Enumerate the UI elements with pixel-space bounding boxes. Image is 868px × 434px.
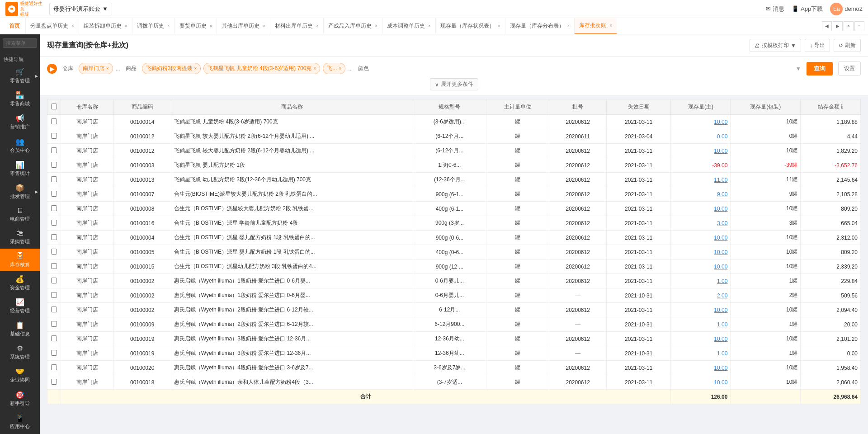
row-checkbox[interactable] bbox=[51, 205, 57, 211]
tab-6[interactable]: 材料出库单历史 × bbox=[270, 18, 324, 34]
row-checkbox[interactable] bbox=[51, 350, 57, 356]
row-checkbox[interactable] bbox=[51, 249, 57, 255]
row-checkbox[interactable] bbox=[51, 220, 57, 226]
row-checkbox[interactable] bbox=[51, 263, 57, 269]
tab-home[interactable]: 首页 bbox=[4, 18, 26, 34]
sidebar-item-member[interactable]: 👥 会员中心 bbox=[0, 134, 40, 157]
product-filter-more[interactable]: ... bbox=[348, 66, 353, 72]
tab-5[interactable]: 其他出库单历史 × bbox=[217, 18, 270, 34]
close-icon[interactable]: × bbox=[375, 24, 377, 28]
purchase-icon: 🛍 bbox=[16, 229, 24, 237]
sidebar-item-retail-stats[interactable]: 📊 零售统计 bbox=[0, 157, 40, 180]
close-icon[interactable]: × bbox=[316, 24, 319, 28]
tag-close-icon[interactable]: × bbox=[339, 66, 341, 71]
tag-close-icon[interactable]: × bbox=[106, 66, 109, 71]
table-row: 南岸门店 00100019 惠氏启赋（Wyeth illuma）3段奶粉 爱尔兰… bbox=[47, 332, 861, 346]
tab-8[interactable]: 成本调整单历史 × bbox=[382, 18, 436, 34]
query-btn[interactable]: 查询 bbox=[807, 62, 833, 75]
close-icon[interactable]: × bbox=[609, 23, 612, 28]
sidebar-item-finance[interactable]: 💰 资金管理 bbox=[0, 271, 40, 294]
row-unit: 罐 bbox=[486, 115, 549, 129]
refresh-btn[interactable]: ↺ 刷新 bbox=[834, 39, 861, 52]
close-icon[interactable]: × bbox=[210, 24, 212, 28]
row-checkbox[interactable] bbox=[51, 191, 57, 197]
tag-close-icon[interactable]: × bbox=[194, 66, 197, 71]
select-all-checkbox[interactable] bbox=[51, 104, 57, 109]
row-checkbox[interactable] bbox=[51, 292, 57, 298]
nav-menu-btn[interactable]: ≡ bbox=[854, 21, 864, 31]
filter-more[interactable]: ... bbox=[116, 66, 120, 72]
close-icon[interactable]: × bbox=[567, 24, 570, 28]
sidebar-item-inventory[interactable]: 🗄 库存核算 bbox=[0, 249, 40, 271]
close-icon[interactable]: × bbox=[71, 24, 74, 28]
nav-prev-btn[interactable]: ◀ bbox=[822, 21, 832, 31]
top-dropdown[interactable]: 母婴行业演示账套 ▼ bbox=[49, 3, 112, 15]
export-btn[interactable]: ↓ 导出 bbox=[805, 39, 830, 52]
row-checkbox[interactable] bbox=[51, 118, 57, 124]
sidebar-item-enterprise[interactable]: 🤝 企业协同 bbox=[0, 363, 40, 387]
row-name: 飞鹤星飞帆 婴儿配方奶粉 1段 bbox=[171, 158, 413, 173]
warehouse-tag[interactable]: 南岸门店 × bbox=[79, 63, 113, 74]
sidebar-item-retail-mgmt[interactable]: 🛒 零售管理 ▶ bbox=[0, 64, 40, 87]
row-checkbox[interactable] bbox=[51, 364, 57, 370]
close-icon[interactable]: × bbox=[498, 24, 500, 28]
sidebar-item-system[interactable]: ⚙ 系统管理 bbox=[0, 340, 40, 363]
close-icon[interactable]: × bbox=[263, 24, 265, 28]
content-area: 现存量查询(按仓库+批次) 🖨 按模板打印 ▼ ↓ 导出 ↺ 刷新 bbox=[40, 34, 868, 434]
row-checkbox[interactable] bbox=[51, 307, 57, 312]
tab-1[interactable]: 分量盘点单历史 × bbox=[26, 18, 79, 34]
sidebar-item-operations[interactable]: 📈 经营管理 bbox=[0, 294, 40, 317]
tab-3[interactable]: 调拨单历史 × bbox=[132, 18, 175, 34]
tab-4[interactable]: 要货单历史 × bbox=[175, 18, 217, 34]
app-download-btn[interactable]: 📱 App下载 bbox=[792, 5, 823, 13]
sidebar-item-app-center[interactable]: 📱 应用中心 bbox=[0, 410, 40, 433]
tab-7[interactable]: 产成品入库单历史 × bbox=[324, 18, 382, 34]
user-profile[interactable]: Ea demo2 bbox=[830, 3, 863, 15]
row-expire: 2021-03-11 bbox=[607, 202, 671, 216]
row-warehouse: 南岸门店 bbox=[61, 158, 114, 173]
row-checkbox[interactable] bbox=[51, 278, 57, 283]
close-icon[interactable]: × bbox=[167, 24, 170, 28]
tab-10[interactable]: 现存量（库存分布表） × bbox=[505, 18, 575, 34]
color-dropdown-arrow[interactable]: ▼ bbox=[796, 66, 801, 72]
product-tag-2[interactable]: 飞鹤星飞帆 儿童奶粉 4段(3-6岁适用) 700克 × bbox=[203, 63, 320, 74]
tab-9[interactable]: 现存量（库存状况表） × bbox=[436, 18, 505, 34]
sidebar-item-purchase[interactable]: 🛍 采购管理 bbox=[0, 226, 40, 248]
nav-next-btn[interactable]: ▶ bbox=[833, 21, 843, 31]
product-tag-3[interactable]: 飞... × bbox=[323, 63, 345, 74]
row-qty-pack: 9罐 bbox=[731, 187, 801, 202]
row-checkbox-cell bbox=[47, 346, 61, 361]
sidebar-item-guide[interactable]: 🎯 新手引导 bbox=[0, 387, 40, 410]
expand-conditions-btn[interactable]: ∨ 展开更多条件 bbox=[430, 78, 478, 90]
row-checkbox[interactable] bbox=[51, 335, 57, 341]
sidebar-item-label: 企业协同 bbox=[10, 377, 30, 383]
sidebar-item-ecommerce[interactable]: 🖥 电商管理 bbox=[0, 203, 40, 226]
row-checkbox[interactable] bbox=[51, 133, 57, 139]
search-input[interactable] bbox=[3, 38, 37, 48]
nav-close-btn[interactable]: × bbox=[844, 21, 854, 31]
message-btn[interactable]: ✉ 消息 bbox=[766, 5, 784, 13]
col-spec: 规格型号 bbox=[413, 99, 486, 115]
col-qty-pack: 现存量(包装) bbox=[731, 99, 801, 115]
sidebar-item-basic-info[interactable]: 📋 基础信息 bbox=[0, 317, 40, 340]
row-checkbox[interactable] bbox=[51, 379, 57, 385]
row-expire: 2021-10-31 bbox=[607, 288, 671, 303]
tag-close-icon[interactable]: × bbox=[313, 66, 316, 71]
close-icon[interactable]: × bbox=[125, 24, 127, 28]
close-icon[interactable]: × bbox=[428, 24, 431, 28]
product-tag-1[interactable]: 飞鹤奶粉3段两提装 × bbox=[142, 63, 201, 74]
expand-filter-btn[interactable]: ▶ bbox=[47, 64, 57, 74]
sidebar-item-marketing[interactable]: 📢 营销推广 bbox=[0, 110, 40, 133]
row-checkbox[interactable] bbox=[51, 147, 57, 153]
tab-2[interactable]: 组装拆卸单历史 × bbox=[79, 18, 132, 34]
row-checkbox[interactable] bbox=[51, 176, 57, 182]
row-checkbox[interactable] bbox=[51, 234, 57, 240]
row-checkbox[interactable] bbox=[51, 321, 57, 327]
print-btn[interactable]: 🖨 按模板打印 ▼ bbox=[750, 39, 801, 52]
tab-11[interactable]: 库存批次账 × bbox=[575, 18, 617, 34]
settings-btn[interactable]: 设置 bbox=[838, 61, 861, 75]
row-checkbox[interactable] bbox=[51, 162, 57, 168]
sidebar-item-retail-shop[interactable]: 🏪 零售商城 bbox=[0, 87, 40, 110]
row-checkbox-cell bbox=[47, 332, 61, 346]
sidebar-item-wholesale[interactable]: 📦 批发管理 ▶ bbox=[0, 180, 40, 203]
